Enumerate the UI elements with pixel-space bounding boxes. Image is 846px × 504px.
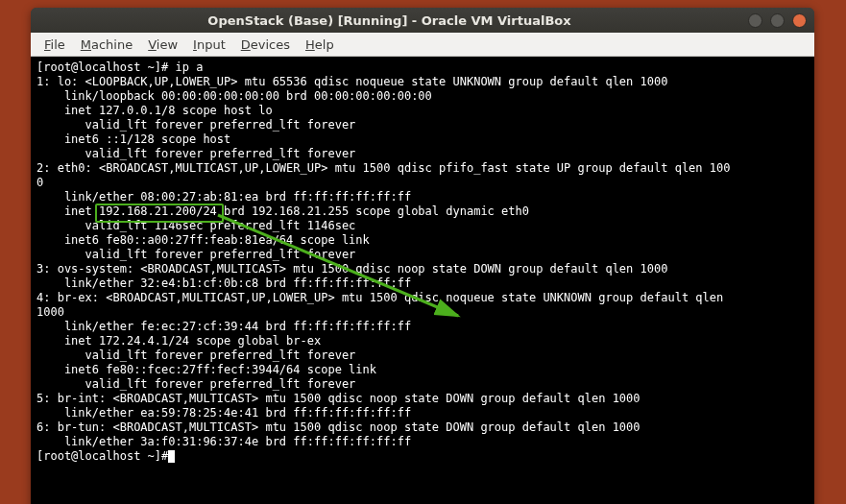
output-line: link/ether 3a:f0:31:96:37:4e brd ff:ff:f…	[36, 435, 411, 448]
output-line: valid_lft forever preferred_lft forever	[36, 348, 355, 362]
maximize-button[interactable]	[770, 13, 785, 28]
menu-devices[interactable]: Devices	[233, 36, 298, 54]
menubar: File Machine View Input Devices Help	[31, 33, 814, 57]
output-line: 2: eth0: <BROADCAST,MULTICAST,UP,LOWER_U…	[36, 161, 730, 175]
output-line: 4: br-ex: <BROADCAST,MULTICAST,UP,LOWER_…	[36, 291, 730, 304]
app-window: OpenStack (Base) [Running] - Oracle VM V…	[31, 8, 814, 504]
output-line: inet6 ::1/128 scope host	[36, 132, 230, 146]
output-line: 3: ovs-system: <BROADCAST,MULTICAST> mtu…	[36, 262, 667, 276]
output-line: valid_lft forever preferred_lft forever	[36, 118, 355, 132]
output-line: inet 172.24.4.1/24 scope global br-ex	[36, 334, 321, 348]
window-title: OpenStack (Base) [Running] - Oracle VM V…	[97, 13, 682, 28]
output-line: link/ether ea:59:78:25:4e:41 brd ff:ff:f…	[36, 406, 411, 420]
minimize-button[interactable]	[748, 13, 762, 28]
output-line: link/ether fe:ec:27:cf:39:44 brd ff:ff:f…	[36, 320, 411, 333]
terminal-output[interactable]: [root@localhost ~]# ip a 1: lo: <LOOPBAC…	[31, 57, 814, 504]
output-line: 0	[36, 176, 43, 189]
output-line: 5: br-int: <BROADCAST,MULTICAST> mtu 150…	[36, 392, 641, 405]
output-line: valid_lft forever preferred_lft forever	[36, 377, 355, 391]
menu-view[interactable]: View	[140, 36, 185, 54]
output-line: inet 192.168.21.200/24 brd 192.168.21.25…	[36, 204, 529, 218]
menu-file[interactable]: File	[36, 36, 73, 54]
titlebar[interactable]: OpenStack (Base) [Running] - Oracle VM V…	[31, 8, 814, 33]
output-line: inet6 fe80::fcec:27ff:fecf:3944/64 scope…	[36, 363, 376, 376]
output-line: inet6 fe80::a00:27ff:feab:81ea/64 scope …	[36, 233, 370, 247]
output-line: 6: br-tun: <BROADCAST,MULTICAST> mtu 150…	[36, 420, 641, 434]
output-line: valid_lft forever preferred_lft forever	[36, 147, 355, 160]
output-line: link/loopback 00:00:00:00:00:00 brd 00:0…	[36, 89, 432, 103]
terminal-cursor	[168, 450, 175, 463]
output-line: 1: lo: <LOOPBACK,UP,LOWER_UP> mtu 65536 …	[36, 75, 667, 88]
output-line: link/ether 08:00:27:ab:81:ea brd ff:ff:f…	[36, 190, 411, 204]
menu-help[interactable]: Help	[298, 36, 342, 54]
output-line: valid_lft forever preferred_lft forever	[36, 248, 355, 261]
output-line: link/ether 32:e4:b1:cf:0b:c8 brd ff:ff:f…	[36, 276, 411, 290]
menu-machine[interactable]: Machine	[73, 36, 140, 54]
output-line: inet 127.0.0.1/8 scope host lo	[36, 104, 273, 117]
menu-input[interactable]: Input	[185, 36, 233, 54]
close-button[interactable]	[792, 13, 807, 28]
prompt-line-1: [root@localhost ~]# ip a	[36, 60, 203, 74]
output-line: 1000	[36, 305, 64, 319]
output-line: valid_lft 1146sec preferred_lft 1146sec	[36, 219, 355, 232]
prompt-line-2: [root@localhost ~]#	[36, 449, 168, 463]
